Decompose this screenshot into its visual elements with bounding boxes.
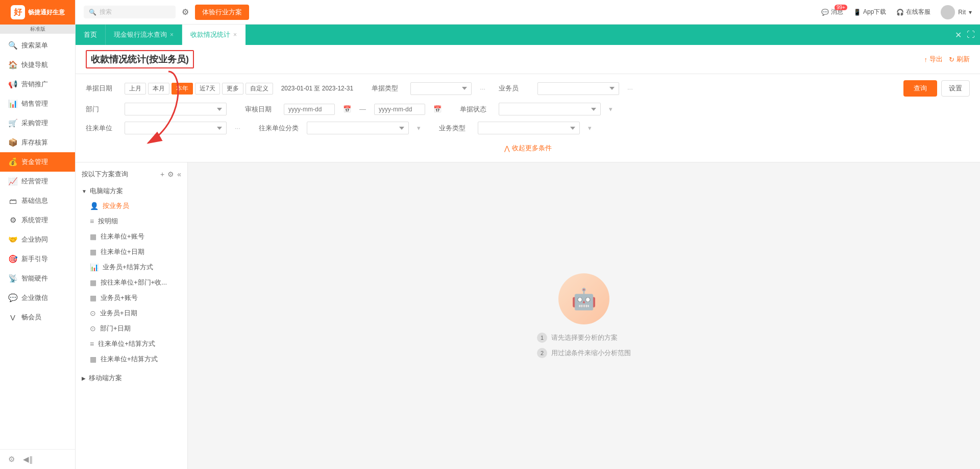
panel-item-dept-date[interactable]: ⊙ 部门+日期	[76, 321, 187, 336]
headset-icon: 🎧	[896, 9, 904, 16]
biz-type-select[interactable]	[478, 122, 580, 134]
calendar-to-icon[interactable]: 📅	[433, 105, 442, 113]
btn-7days[interactable]: 近7天	[195, 83, 220, 95]
panel-item-partner-dept[interactable]: ▦ 按往来单位+部门+收...	[76, 275, 187, 290]
partner-date-icon: ▦	[90, 248, 96, 256]
settings-bottom-btn[interactable]: ⚙	[8, 455, 15, 464]
sidebar-item-operation[interactable]: 📈 经营管理	[0, 172, 75, 191]
sidebar-item-basicinfo[interactable]: 🗃 基础信息	[0, 191, 75, 210]
partner-category-label: 往来单位分类	[259, 124, 299, 133]
topbar-search[interactable]: 🔍 搜索	[84, 6, 176, 18]
partner-more-icon[interactable]: ···	[235, 124, 240, 132]
partner-select[interactable]	[125, 122, 227, 134]
page-header: 收款情况统计(按业务员) ↑ 导出 ↻ 刷新	[76, 45, 980, 74]
detail-item-icon: ≡	[90, 217, 94, 225]
partner-category-select[interactable]	[307, 122, 409, 134]
dept-label: 部门	[86, 105, 116, 114]
export-label: 导出	[929, 55, 943, 64]
collection-tab-label: 收款情况统计	[190, 30, 230, 39]
inventory-icon: 📦	[8, 138, 17, 147]
sidebar-item-system[interactable]: ⚙ 系统管理	[0, 210, 75, 230]
panel-item-by-detail[interactable]: ≡ 按明细	[76, 214, 187, 229]
tab-collection[interactable]: 收款情况统计 ×	[182, 25, 246, 45]
refresh-btn[interactable]: ↻ 刷新	[949, 55, 970, 64]
btn-more-date[interactable]: 更多	[222, 83, 243, 95]
empty-step-1: 1 请先选择要分析的方案	[537, 333, 631, 343]
collapse-sidebar-btn[interactable]: ◀‖	[23, 455, 33, 464]
settings-icon[interactable]: ⚙	[182, 7, 189, 17]
sales-icon: 📊	[8, 99, 17, 108]
message-btn[interactable]: 💬 消息 99+	[821, 8, 843, 16]
sidebar-item-quicknav[interactable]: 🏠 快捷导航	[0, 55, 75, 75]
panel-item-partner-date[interactable]: ▦ 往来单位+日期	[76, 244, 187, 260]
sidebar-item-purchase[interactable]: 🛒 采购管理	[0, 113, 75, 133]
add-scheme-btn[interactable]: +	[160, 170, 164, 178]
sidebar-item-finance[interactable]: 💰 资金管理	[0, 152, 75, 172]
sidebar-item-marketing[interactable]: 📢 营销推广	[0, 75, 75, 94]
panel-item-by-salesperson[interactable]: 👤 按业务员	[76, 198, 187, 214]
sidebar-item-member[interactable]: V 畅会员	[0, 308, 75, 327]
sidebar-item-sales[interactable]: 📊 销售管理	[0, 94, 75, 113]
export-btn[interactable]: ↑ 导出	[924, 55, 943, 64]
salesperson-more-icon[interactable]: ···	[627, 85, 633, 92]
panel-item-partner-settlement2[interactable]: ▦ 往来单位+结算方式	[76, 351, 187, 367]
calendar-from-icon[interactable]: 📅	[343, 105, 351, 113]
salesperson-select[interactable]	[537, 82, 619, 95]
message-badge: 99+	[835, 5, 847, 10]
bank-tab-close[interactable]: ×	[170, 31, 174, 38]
app-download-label: App下载	[863, 8, 886, 16]
doc-type-select[interactable]	[410, 82, 472, 95]
desktop-group-title[interactable]: ▼ 电脑端方案	[76, 184, 187, 198]
expand-arrow-icon: ▼	[82, 189, 87, 194]
scheme-settings-btn[interactable]: ⚙	[167, 170, 174, 178]
sidebar-item-search[interactable]: 🔍 搜索菜单	[0, 36, 75, 55]
query-btn[interactable]: 查询	[903, 80, 937, 97]
left-panel: 按以下方案查询 + ⚙ « ▼ 电脑端方案 👤 按业务员	[76, 162, 188, 469]
tab-bank[interactable]: 现金银行流水查询 ×	[106, 25, 182, 45]
user-menu[interactable]: Rit ▾	[941, 5, 972, 19]
doc-status-select[interactable]	[499, 103, 601, 115]
doc-type-more-icon[interactable]: ···	[480, 85, 485, 92]
panel-collapse-btn[interactable]: «	[177, 170, 181, 178]
sidebar-item-inventory[interactable]: 📦 库存核算	[0, 133, 75, 152]
sidebar-item-label: 采购管理	[21, 119, 48, 128]
review-date-from[interactable]	[284, 104, 335, 115]
sidebar-item-wechat[interactable]: 💬 企业微信	[0, 288, 75, 308]
service-label: 在线客服	[906, 8, 930, 16]
panel-item-partner-account[interactable]: ▦ 往来单位+账号	[76, 229, 187, 244]
panel-item-partner-settlement[interactable]: ≡ 往来单位+结算方式	[76, 336, 187, 351]
filter-area: 单据日期 上月 本月 本年 近7天 更多 自定义 2023-01-01 至 20…	[76, 74, 980, 162]
panel-item-salesperson-date[interactable]: ⊙ 业务员+日期	[76, 306, 187, 321]
refresh-label: 刷新	[957, 55, 970, 64]
date-from-display: 2023-01-01 至 2023-12-31	[281, 84, 353, 93]
sidebar-item-newguide[interactable]: 🎯 新手引导	[0, 249, 75, 269]
online-service-btn[interactable]: 🎧 在线客服	[896, 8, 930, 16]
tab-home[interactable]: 首页	[76, 25, 106, 45]
sidebar-item-cooperation[interactable]: 🤝 企业协同	[0, 230, 75, 249]
dept-select[interactable]	[125, 103, 227, 115]
trial-btn[interactable]: 体验行业方案	[195, 5, 249, 20]
dept-date-icon: ⊙	[90, 324, 96, 333]
salesperson-item-icon: 👤	[90, 202, 99, 210]
settings-btn[interactable]: 设置	[941, 80, 970, 97]
sidebar-item-smarthw[interactable]: 📡 智能硬件	[0, 269, 75, 288]
btn-custom-date[interactable]: 自定义	[246, 83, 273, 95]
panel-item-salesperson-account[interactable]: ▦ 业务员+账号	[76, 290, 187, 306]
app-name: 畅捷通好生意	[28, 9, 65, 16]
item-label: 业务员+日期	[100, 309, 181, 318]
step-2-num: 2	[537, 348, 547, 358]
btn-this-year[interactable]: 本年	[172, 83, 193, 95]
export-icon: ↑	[924, 56, 928, 63]
maximize-window-btn[interactable]: ⛶	[967, 30, 975, 39]
collapse-filter-btn[interactable]: ⋀ 收起更多条件	[86, 140, 970, 156]
close-window-btn[interactable]: ✕	[955, 30, 962, 40]
mobile-group-title[interactable]: ▶ 移动端方案	[76, 371, 187, 385]
btn-last-month[interactable]: 上月	[125, 83, 146, 95]
doc-status-label: 单据状态	[460, 105, 491, 114]
btn-this-month[interactable]: 本月	[148, 83, 169, 95]
app-download-btn[interactable]: 📱 App下载	[853, 8, 886, 16]
sidebar-item-label: 新手引导	[21, 254, 48, 264]
collection-tab-close[interactable]: ×	[233, 31, 237, 38]
review-date-to[interactable]	[374, 104, 425, 115]
panel-item-salesperson-settlement[interactable]: 📊 业务员+结算方式	[76, 260, 187, 275]
